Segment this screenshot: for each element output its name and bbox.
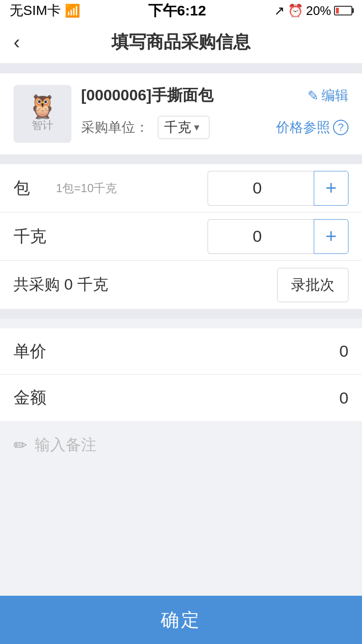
summary-row: 共采购 0 千克 录批次 bbox=[0, 261, 362, 309]
battery-fill bbox=[336, 8, 339, 14]
product-image: 🦉 智计 bbox=[14, 85, 71, 143]
record-batch-button[interactable]: 录批次 bbox=[277, 268, 348, 302]
bag-input-row: 包 1包=10千克 + bbox=[0, 164, 362, 212]
bag-input-right: + bbox=[208, 171, 348, 206]
kg-plus-button[interactable]: + bbox=[314, 219, 348, 254]
bag-sub-label: 1包=10千克 bbox=[56, 181, 117, 196]
product-name-row: [0000006]手撕面包 ✎ 编辑 bbox=[81, 85, 348, 106]
page-title: 填写商品采购信息 bbox=[111, 30, 251, 54]
kg-label: 千克 bbox=[14, 225, 52, 248]
product-info: [0000006]手撕面包 ✎ 编辑 采购单位： 千克 ▾ 价格参照 ? bbox=[81, 85, 348, 139]
alarm-icon: ⏰ bbox=[288, 3, 303, 18]
amount-row: 金额 0 bbox=[0, 375, 362, 421]
chevron-down-icon: ▾ bbox=[194, 121, 199, 134]
confirm-button[interactable]: 确定 bbox=[0, 596, 362, 644]
unit-select[interactable]: 千克 ▾ bbox=[158, 116, 209, 139]
unit-section: 采购单位： 千克 ▾ bbox=[81, 116, 209, 139]
kg-input-right: + bbox=[208, 219, 348, 254]
status-left: 无SIM卡 📶 bbox=[10, 1, 80, 20]
summary-text: 共采购 0 千克 bbox=[14, 274, 108, 295]
top-divider bbox=[0, 64, 362, 73]
product-name: [0000006]手撕面包 bbox=[81, 85, 213, 106]
product-image-inner: 🦉 智计 bbox=[28, 95, 57, 133]
status-right: ↗ ⏰ 20% bbox=[274, 3, 352, 18]
unit-price-row: 单价 0 bbox=[0, 328, 362, 375]
help-icon: ? bbox=[333, 120, 348, 135]
battery-indicator bbox=[334, 6, 352, 15]
pencil-icon: ✏ bbox=[14, 435, 27, 455]
back-button[interactable]: ‹ bbox=[14, 31, 20, 53]
kg-input-row: 千克 + bbox=[0, 212, 362, 261]
nav-bar: ‹ 填写商品采购信息 bbox=[0, 21, 362, 64]
remark-section[interactable]: ✏ 输入备注 bbox=[0, 421, 362, 479]
product-id: [0000006] bbox=[81, 86, 152, 104]
bag-label: 包 bbox=[14, 177, 52, 199]
status-time: 下午6:12 bbox=[148, 1, 206, 21]
location-icon: ↗ bbox=[274, 3, 285, 18]
kg-quantity-input[interactable] bbox=[208, 219, 314, 254]
carrier-text: 无SIM卡 bbox=[10, 1, 61, 20]
battery-percent: 20% bbox=[306, 3, 331, 18]
edit-label: 编辑 bbox=[321, 86, 348, 105]
unit-price-label: 单价 bbox=[14, 340, 46, 363]
wifi-icon: 📶 bbox=[65, 3, 80, 18]
amount-value: 0 bbox=[339, 389, 348, 407]
price-ref[interactable]: 价格参照 ? bbox=[276, 118, 348, 137]
mid-divider-2 bbox=[0, 309, 362, 319]
edit-icon: ✎ bbox=[307, 88, 319, 104]
input-section: 包 1包=10千克 + 千克 + bbox=[0, 164, 362, 261]
status-bar: 无SIM卡 📶 下午6:12 ↗ ⏰ 20% bbox=[0, 0, 362, 21]
product-title: 手撕面包 bbox=[152, 86, 213, 104]
product-card: 🦉 智计 [0000006]手撕面包 ✎ 编辑 采购单位： 千克 ▾ 价格参照 bbox=[0, 73, 362, 154]
bag-plus-button[interactable]: + bbox=[314, 171, 348, 206]
product-logo-text: 智计 bbox=[32, 118, 53, 133]
unit-price-value: 0 bbox=[339, 342, 348, 361]
price-info-section: 单价 0 金额 0 bbox=[0, 328, 362, 421]
unit-value: 千克 bbox=[164, 118, 191, 137]
product-logo-icon: 🦉 bbox=[28, 95, 57, 118]
edit-link[interactable]: ✎ 编辑 bbox=[307, 86, 348, 105]
bag-quantity-input[interactable] bbox=[208, 171, 314, 206]
unit-label: 采购单位： bbox=[81, 120, 149, 135]
mid-divider-1 bbox=[0, 154, 362, 164]
amount-label: 金额 bbox=[14, 387, 46, 409]
remark-placeholder: 输入备注 bbox=[35, 434, 97, 456]
price-ref-label: 价格参照 bbox=[276, 118, 330, 137]
unit-row: 采购单位： 千克 ▾ 价格参照 ? bbox=[81, 116, 348, 139]
